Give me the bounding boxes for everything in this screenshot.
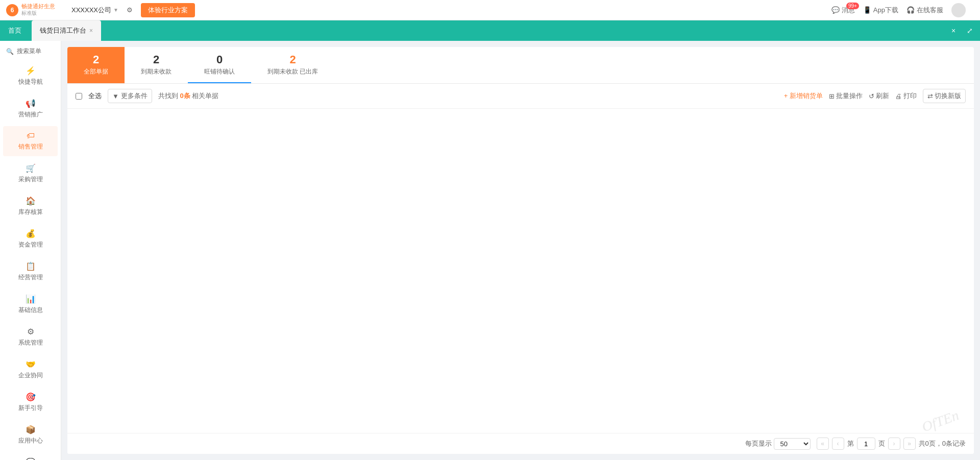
sidebar-item-sales[interactable]: 🏷 销售管理 [3, 126, 58, 156]
maximize-icon[interactable]: ⤢ [964, 25, 976, 37]
print-button[interactable]: 🖨 打印 [895, 91, 917, 101]
download-icon: 📱 [863, 6, 871, 14]
message-button[interactable]: 💬 消息 99+ [831, 6, 855, 15]
tabs-bar: 首页 钱货日清工作台 × × ⤢ [0, 20, 980, 41]
sidebar-item-label: 销售管理 [18, 142, 43, 151]
handshake-icon: 🤝 [26, 359, 36, 369]
message-icon: 💬 [831, 6, 840, 14]
footer-pagination: 每页显示 50 100 200 « ‹ 第 页 › » 共0页，0条记录 [67, 433, 974, 454]
logo-icon: 6 [6, 4, 18, 16]
company-selector[interactable]: XXXXXX公司 ▼ [67, 6, 122, 15]
logo-area: 6 畅捷通好生意 标准版 [6, 3, 67, 17]
pagination: « ‹ 第 页 › » 共0页，0条记录 [817, 438, 966, 450]
select-all-label: 全选 [88, 91, 102, 101]
report-icon: 📋 [26, 261, 36, 271]
stat-num-all: 2 [93, 53, 99, 66]
guide-icon: 🎯 [26, 392, 36, 402]
page-last-button[interactable]: » [903, 438, 916, 450]
stat-num-overdue: 2 [153, 53, 159, 66]
logo-text: 畅捷通好生意 [21, 3, 55, 10]
sidebar-item-purchase[interactable]: 🛒 采购管理 [3, 158, 58, 189]
app-download-button[interactable]: 📱 App下载 [863, 6, 898, 15]
per-page-label: 每页显示 [745, 439, 772, 448]
stat-num-overdue-shipped: 2 [290, 53, 296, 66]
chevron-down-icon: ▼ [113, 7, 118, 13]
sidebar-item-marketing[interactable]: 📢 营销推广 [3, 93, 58, 124]
sidebar-item-label: 库存核算 [18, 208, 43, 216]
page-size-selector: 每页显示 50 100 200 [745, 438, 811, 450]
toolbar-left: 全选 ▼ 更多条件 共找到 0条 相关单据 [76, 89, 778, 103]
page-first-button[interactable]: « [817, 438, 829, 450]
database-icon: 📊 [26, 294, 36, 304]
page-number-input[interactable] [857, 438, 875, 450]
avatar[interactable] [951, 3, 966, 17]
found-text: 共找到 0条 相关单据 [158, 91, 218, 101]
app-download-label: App下载 [873, 6, 898, 15]
tab-home[interactable]: 首页 [0, 20, 30, 41]
stat-num-pending: 0 [216, 53, 223, 66]
add-sales-order-button[interactable]: + 新增销货单 [784, 91, 823, 101]
megaphone-icon: 📢 [26, 99, 36, 108]
stat-label-overdue: 到期未收款 [141, 67, 172, 76]
warehouse-icon: 🏠 [26, 196, 36, 206]
sidebar-item-label: 快捷导航 [18, 78, 43, 86]
stat-tab-pending[interactable]: 0 旺铺待确认 [188, 47, 251, 83]
settings-icon[interactable]: ⚙ [122, 3, 137, 17]
print-label: 打印 [903, 91, 917, 101]
sidebar-item-quick-nav[interactable]: ⚡ 快捷导航 [3, 61, 58, 91]
logo-sub: 标准版 [21, 10, 55, 17]
filter-button[interactable]: ▼ 更多条件 [108, 89, 152, 103]
sidebar-item-inventory[interactable]: 🏠 库存核算 [3, 191, 58, 222]
select-all-checkbox[interactable] [76, 93, 82, 100]
switch-icon: ⇄ [927, 92, 933, 100]
sidebar-item-newbie[interactable]: 🎯 新手引导 [3, 387, 58, 418]
tab-active[interactable]: 钱货日清工作台 × [32, 20, 101, 41]
sidebar-item-operations[interactable]: 📋 经营管理 [3, 256, 58, 287]
tag-icon: 🏷 [27, 131, 35, 140]
per-page-select[interactable]: 50 100 200 [774, 438, 811, 450]
sidebar-item-system[interactable]: ⚙ 系统管理 [3, 322, 58, 352]
box-icon: 📦 [26, 425, 36, 434]
page-prev-button[interactable]: ‹ [832, 438, 844, 450]
found-prefix: 共找到 [158, 92, 178, 100]
refresh-label: 刷新 [876, 91, 889, 101]
switch-label: 切换新版 [935, 91, 961, 101]
sidebar-item-wechat[interactable]: 💬 企业微信 [3, 452, 58, 460]
print-icon: 🖨 [895, 92, 902, 100]
cart-icon: 🛒 [26, 163, 36, 173]
sidebar-item-label: 应用中心 [18, 437, 43, 445]
batch-operation-button[interactable]: ⊞ 批量操作 [829, 91, 863, 101]
stat-tab-overdue[interactable]: 2 到期未收款 [125, 47, 188, 83]
sidebar-item-label: 采购管理 [18, 175, 43, 184]
sidebar-item-label: 资金管理 [18, 240, 43, 249]
found-count: 0条 [180, 92, 190, 100]
stat-label-all: 全部单据 [84, 67, 108, 76]
filter-icon: ▼ [112, 92, 119, 100]
page-suffix: 页 [878, 439, 885, 448]
try-industry-button[interactable]: 体验行业方案 [141, 3, 195, 17]
search-icon: 🔍 [6, 48, 14, 55]
online-service-button[interactable]: 🎧 在线客服 [906, 6, 943, 15]
page-next-button[interactable]: › [888, 438, 900, 450]
sidebar-search[interactable]: 🔍 搜索菜单 [0, 43, 61, 60]
table-area [67, 109, 974, 433]
tab-label: 钱货日清工作台 [40, 26, 86, 35]
close-tab-control-icon[interactable]: × [947, 25, 960, 37]
batch-label: 批量操作 [836, 91, 863, 101]
filter-label: 更多条件 [121, 91, 148, 101]
sidebar-item-base-info[interactable]: 📊 基础信息 [3, 289, 58, 320]
sidebar-item-cooperation[interactable]: 🤝 企业协同 [3, 354, 58, 385]
tab-close-icon[interactable]: × [89, 27, 93, 34]
refresh-button[interactable]: ↺ 刷新 [869, 91, 889, 101]
sidebar-item-app-center[interactable]: 📦 应用中心 [3, 420, 58, 450]
toolbar: 全选 ▼ 更多条件 共找到 0条 相关单据 + 新增销货单 ⊞ 批 [67, 84, 974, 109]
stat-tab-overdue-shipped[interactable]: 2 到期未收款 已出库 [251, 47, 334, 83]
stat-tab-all[interactable]: 2 全部单据 [67, 47, 125, 83]
top-header: 6 畅捷通好生意 标准版 XXXXXX公司 ▼ ⚙ 体验行业方案 💬 消息 99… [0, 0, 980, 20]
sidebar-item-label: 企业协同 [18, 371, 43, 380]
main-content: 2 全部单据 2 到期未收款 0 旺铺待确认 2 到期未收款 已出库 [61, 41, 980, 460]
main-layout: 🔍 搜索菜单 ⚡ 快捷导航 📢 营销推广 🏷 销售管理 🛒 采购管理 🏠 库存核… [0, 41, 980, 460]
switch-version-button[interactable]: ⇄ 切换新版 [923, 89, 966, 103]
found-suffix: 相关单据 [192, 92, 218, 100]
sidebar-item-finance[interactable]: 💰 资金管理 [3, 224, 58, 254]
